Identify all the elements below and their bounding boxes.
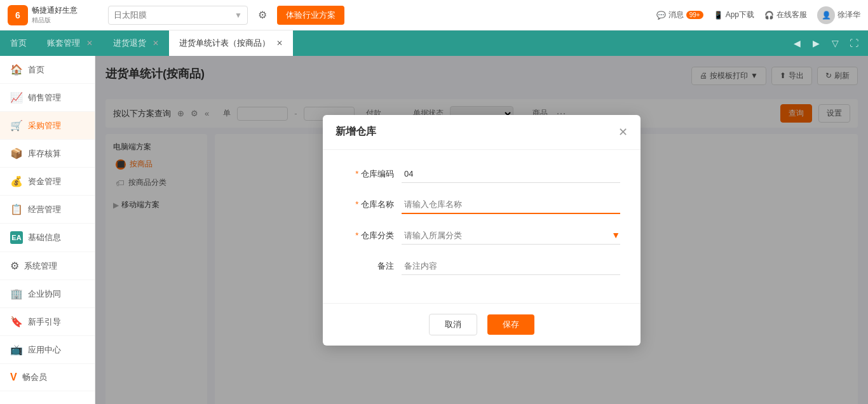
form-row-remark: 备注 [343, 257, 620, 275]
sidebar-item-enterprise-label: 企业协同 [28, 288, 61, 300]
app-center-icon: 📺 [10, 344, 23, 356]
tab-purchase-return[interactable]: 进货退货 ✕ [103, 30, 169, 56]
tab-next-button[interactable]: ▶ [807, 34, 825, 52]
logo-sub: 精品版 [32, 16, 78, 25]
search-bar[interactable]: ▼ [108, 6, 248, 25]
sidebar-item-finance-label: 资金管理 [28, 176, 61, 187]
sidebar-item-enterprise[interactable]: 🏢 企业协同 [0, 280, 95, 308]
tab-menu-button[interactable]: ▽ [826, 34, 844, 52]
home-icon: 🏠 [10, 64, 23, 76]
finance-icon: 💰 [10, 175, 23, 187]
enterprise-icon: 🏢 [10, 288, 23, 300]
tab-bar: 首页 账套管理 ✕ 进货退货 ✕ 进货单统计表（按商品） ✕ ◀ ▶ ▽ ⛶ [0, 30, 868, 56]
online-service-label: 在线客服 [776, 10, 807, 20]
category-input[interactable] [402, 227, 611, 244]
tab-purchase-return-close[interactable]: ✕ [153, 39, 159, 48]
form-row-name: 仓库名称 [343, 196, 620, 214]
tab-prev-button[interactable]: ◀ [788, 34, 806, 52]
sidebar-item-newbie-label: 新手引导 [28, 316, 61, 328]
remark-input[interactable] [402, 257, 620, 275]
top-header: 6 畅捷通好生意 精品版 ▼ ⚙ 体验行业方案 💬 消息 99+ 📱 App下载… [0, 0, 868, 30]
newbie-icon: 🔖 [10, 316, 23, 328]
name-input[interactable] [402, 196, 620, 214]
online-service-item[interactable]: 🎧 在线客服 [764, 10, 807, 20]
app-download-item[interactable]: 📱 App下载 [714, 10, 754, 20]
user-item[interactable]: 👤 徐泽华 [817, 6, 860, 24]
tab-expand-button[interactable]: ⛶ [845, 34, 863, 52]
logo-title: 畅捷通好生意 [32, 5, 78, 16]
username: 徐泽华 [837, 10, 860, 20]
tab-account-label: 账套管理 [47, 37, 80, 49]
headset-icon: 🎧 [764, 11, 774, 20]
sales-icon: 📈 [10, 91, 23, 104]
basic-info-icon: EA [10, 231, 23, 244]
code-input[interactable] [402, 165, 620, 183]
new-warehouse-modal: 新增仓库 ✕ 仓库编码 仓库名称 仓库分类 [323, 115, 641, 346]
modal-body: 仓库编码 仓库名称 仓库分类 ▼ [323, 150, 641, 303]
form-row-code: 仓库编码 [343, 165, 620, 183]
sidebar-item-basic-label: 基础信息 [28, 232, 61, 243]
tab-home[interactable]: 首页 [0, 30, 37, 56]
sidebar-item-sales[interactable]: 📈 销售管理 [0, 84, 95, 112]
inventory-icon: 📦 [10, 147, 23, 159]
phone-icon: 📱 [714, 11, 723, 20]
message-label: 消息 [668, 10, 684, 20]
main-layout: 🏠 首页 📈 销售管理 🛒 采购管理 📦 库存核算 💰 资金管理 📋 经营管理 … [0, 56, 868, 404]
sidebar-item-finance[interactable]: 💰 资金管理 [0, 168, 95, 196]
tab-account-management[interactable]: 账套管理 ✕ [37, 30, 103, 56]
modal-close-button[interactable]: ✕ [618, 125, 628, 139]
tab-account-close[interactable]: ✕ [86, 39, 93, 48]
purchase-icon: 🛒 [10, 119, 23, 131]
sidebar-item-home-label: 首页 [28, 64, 44, 76]
tab-purchase-return-label: 进货退货 [113, 37, 146, 49]
system-icon: ⚙ [10, 260, 19, 272]
modal-header: 新增仓库 ✕ [323, 115, 641, 150]
tab-purchase-stats-label: 进货单统计表（按商品） [179, 37, 270, 49]
sidebar-item-system[interactable]: ⚙ 系统管理 [0, 252, 95, 280]
avatar: 👤 [817, 6, 835, 24]
sidebar-item-newbie[interactable]: 🔖 新手引导 [0, 308, 95, 336]
sidebar-item-inventory[interactable]: 📦 库存核算 [0, 140, 95, 168]
search-input[interactable] [114, 10, 232, 20]
modal-overlay: 新增仓库 ✕ 仓库编码 仓库名称 仓库分类 [95, 56, 868, 404]
remark-label: 备注 [343, 260, 394, 272]
gear-button[interactable]: ⚙ [253, 6, 272, 25]
category-select-wrap[interactable]: ▼ [402, 227, 620, 245]
sidebar-item-operations[interactable]: 📋 经营管理 [0, 196, 95, 224]
category-label: 仓库分类 [343, 230, 394, 241]
name-label: 仓库名称 [343, 199, 394, 210]
save-button[interactable]: 保存 [487, 314, 534, 335]
sidebar-item-inventory-label: 库存核算 [28, 148, 61, 159]
tab-purchase-stats-close[interactable]: ✕ [276, 39, 283, 48]
experience-button[interactable]: 体验行业方案 [277, 6, 344, 25]
message-item[interactable]: 💬 消息 99+ [656, 10, 703, 20]
sidebar: 🏠 首页 📈 销售管理 🛒 采购管理 📦 库存核算 💰 资金管理 📋 经营管理 … [0, 56, 95, 404]
sidebar-item-vip[interactable]: V 畅会员 [0, 364, 95, 391]
tab-purchase-stats[interactable]: 进货单统计表（按商品） ✕ [169, 30, 293, 56]
vip-icon: V [10, 372, 17, 383]
sidebar-item-basic-info[interactable]: EA 基础信息 [0, 224, 95, 252]
logo-area: 6 畅捷通好生意 精品版 [8, 5, 103, 25]
sidebar-item-purchase-label: 采购管理 [28, 120, 61, 131]
tab-controls: ◀ ▶ ▽ ⛶ [788, 34, 868, 52]
header-right: 💬 消息 99+ 📱 App下载 🎧 在线客服 👤 徐泽华 [656, 6, 860, 24]
sidebar-item-system-label: 系统管理 [24, 260, 57, 272]
sidebar-item-sales-label: 销售管理 [28, 92, 61, 104]
cancel-button[interactable]: 取消 [429, 314, 477, 335]
modal-title: 新增仓库 [336, 125, 376, 138]
logo-text-area: 畅捷通好生意 精品版 [32, 5, 78, 25]
operations-icon: 📋 [10, 203, 23, 215]
sidebar-item-home[interactable]: 🏠 首页 [0, 56, 95, 84]
dropdown-icon: ▼ [234, 11, 242, 20]
tab-home-label: 首页 [10, 37, 27, 49]
message-badge: 99+ [686, 11, 703, 19]
content-area: 进货单统计(按商品) 🖨 按模板打印 ▼ ⬆ 导出 ↻ 刷新 按以下方案查询 [95, 56, 868, 404]
sidebar-item-app-label: 应用中心 [28, 344, 61, 356]
sidebar-item-operations-label: 经营管理 [28, 204, 61, 215]
app-download-label: App下载 [726, 10, 754, 20]
message-icon: 💬 [656, 11, 666, 20]
code-label: 仓库编码 [343, 168, 394, 180]
sidebar-item-app-center[interactable]: 📺 应用中心 [0, 336, 95, 364]
sidebar-item-purchase[interactable]: 🛒 采购管理 [0, 112, 95, 140]
sidebar-item-vip-label: 畅会员 [22, 372, 47, 383]
